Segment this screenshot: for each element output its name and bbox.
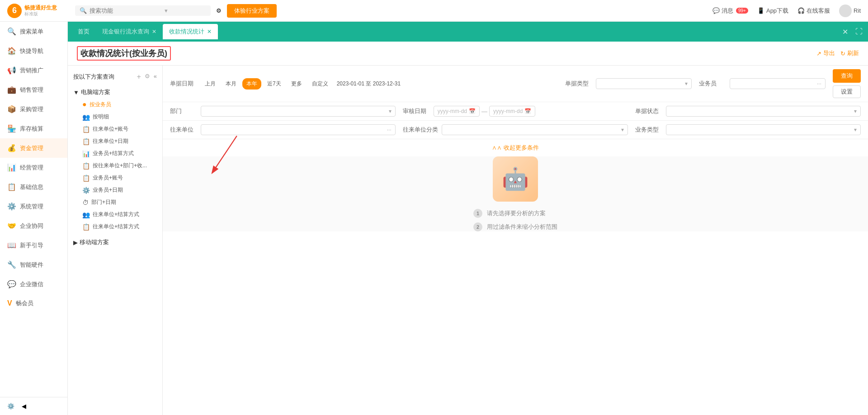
scheme-header: 按以下方案查询 + ⚙ «: [68, 69, 162, 85]
dept-select[interactable]: ▾: [201, 106, 396, 117]
search-input[interactable]: [90, 7, 162, 14]
scheme-item-sales-account[interactable]: 📋 业务员+账号: [73, 172, 157, 184]
scheme-add-button[interactable]: +: [137, 73, 141, 81]
sidebar-item-inventory[interactable]: 🏪 库存核算: [0, 119, 67, 138]
customer-service-button[interactable]: 🎧 在线客服: [797, 7, 830, 15]
scheme-item-sales-date[interactable]: ⚙️ 业务员+日期: [73, 184, 157, 196]
date-btn-thisyear[interactable]: 本年: [242, 78, 261, 90]
counterpart-category-select[interactable]: ▾: [442, 124, 628, 135]
filter-settings-button[interactable]: 设置: [833, 85, 861, 98]
tab-bar: 首页 现金银行流水查询 ✕ 收款情况统计 ✕ ✕ ⛶: [68, 22, 868, 42]
tab-close-bank[interactable]: ✕: [152, 28, 156, 35]
page-title: 收款情况统计(按业务员): [77, 46, 171, 61]
sidebar-item-finance[interactable]: 💰 资金管理: [0, 138, 67, 158]
voucher-status-select[interactable]: ▾: [666, 106, 861, 117]
scheme-active-icon: ●: [82, 100, 87, 108]
scheme-item-unit-date[interactable]: 📋 往来单位+日期: [73, 135, 157, 147]
sidebar-item-guide[interactable]: 📖 新手引导: [0, 236, 67, 255]
counterpart-select[interactable]: ···: [201, 124, 396, 135]
salesperson-select[interactable]: ···: [730, 78, 826, 89]
tab-expand-icon[interactable]: ⛶: [854, 26, 864, 38]
collapse-conditions-button[interactable]: ∧∧ 收起更多条件: [163, 139, 868, 156]
date-btn-custom[interactable]: 自定义: [308, 78, 332, 90]
tab-close-collection[interactable]: ✕: [207, 28, 212, 35]
sidebar-item-system[interactable]: ⚙️ 系统管理: [0, 197, 67, 216]
filter-panel: 单据日期 上月 本月 本年 近7天 更多 自定义 2023-01-01 至 20…: [163, 66, 868, 415]
step-num-2: 2: [473, 222, 482, 231]
scheme-item-unit-dept[interactable]: 📋 按往来单位+部门+收...: [73, 160, 157, 172]
review-date-to[interactable]: yyyy-mm-dd 📅: [489, 106, 535, 117]
dept-chevron: ▾: [389, 108, 392, 114]
date-label: 单据日期: [170, 80, 197, 88]
sidebar-item-marketing[interactable]: 📢 营销推广: [0, 61, 67, 80]
sidebar-item-operations[interactable]: 📊 经营管理: [0, 158, 67, 177]
sidebar-settings-icon[interactable]: ⚙️: [7, 403, 14, 410]
sidebar-item-enterprise[interactable]: 🤝 企业协同: [0, 216, 67, 236]
tab-bank-flow[interactable]: 现金银行流水查询 ✕: [96, 24, 163, 39]
sidebar-item-quicknav[interactable]: 🏠 快捷导航: [0, 41, 67, 61]
filter-business-type: 业务类型 ▾: [635, 124, 861, 135]
scheme-item-salesperson[interactable]: ● 按业务员: [73, 98, 157, 111]
inventory-icon: 🏪: [7, 124, 16, 133]
collapse-triangle: ▼: [73, 89, 79, 96]
gear-button[interactable]: ⚙: [216, 7, 222, 14]
calendar-icon-to: 📅: [524, 108, 531, 114]
query-button[interactable]: 查询: [833, 69, 861, 83]
scheme-settings-button[interactable]: ⚙: [145, 73, 150, 81]
scheme-item-sales-settle[interactable]: 📊 业务员+结算方式: [73, 147, 157, 160]
voucher-type-select[interactable]: ▾: [596, 78, 692, 89]
date-separator: —: [481, 108, 487, 115]
message-icon: 💬: [712, 7, 720, 14]
sidebar-item-weixin[interactable]: 💬 企业微信: [0, 274, 67, 294]
scheme-item-unit-settle1[interactable]: 👥 往来单位+结算方式: [73, 208, 157, 221]
business-type-select[interactable]: ▾: [666, 124, 861, 135]
date-btn-thismonth[interactable]: 本月: [222, 78, 241, 90]
sidebar-item-member[interactable]: V 畅会员: [0, 294, 67, 313]
export-icon: ↗: [816, 50, 821, 57]
sidebar-item-hardware[interactable]: 🔧 智能硬件: [0, 255, 67, 274]
scheme-header-actions: + ⚙ «: [137, 73, 157, 81]
step-num-1: 1: [473, 209, 482, 218]
scheme-item-unit-account[interactable]: 📋 往来单位+账号: [73, 123, 157, 135]
date-btn-lastmonth[interactable]: 上月: [201, 78, 220, 90]
date-btn-more[interactable]: 更多: [287, 78, 306, 90]
sidebar-collapse-icon[interactable]: ◀: [22, 403, 26, 410]
scheme-item-dept-date[interactable]: ⏱ 部门+日期: [73, 196, 157, 208]
tab-close-all-icon[interactable]: ✕: [840, 26, 850, 38]
sidebar-item-basics[interactable]: 📋 基础信息: [0, 177, 67, 197]
counterpart-more-icon[interactable]: ···: [387, 127, 392, 133]
tab-home[interactable]: 首页: [71, 24, 96, 39]
member-icon: V: [7, 299, 12, 307]
desktop-group-title[interactable]: ▼ 电脑端方案: [73, 86, 157, 98]
main-content: 首页 现金银行流水查询 ✕ 收款情况统计 ✕ ✕ ⛶ 收款情况统计(按业务员) …: [68, 22, 868, 415]
purchase-icon: 📦: [7, 105, 16, 113]
scheme-collapse-button[interactable]: «: [154, 73, 157, 81]
export-button[interactable]: ↗ 导出: [816, 49, 835, 57]
scheme-unit-dept-icon: 📋: [82, 162, 90, 170]
sidebar-item-sales[interactable]: 💼 销售管理: [0, 80, 67, 99]
settings-icon: ⚙: [216, 7, 222, 14]
scheme-unit-account-icon: 📋: [82, 126, 90, 133]
scheme-item-detail[interactable]: 👥 按明细: [73, 111, 157, 123]
trial-button[interactable]: 体验行业方案: [227, 4, 277, 18]
scheme-item-unit-settle2[interactable]: 📋 往来单位+结算方式: [73, 221, 157, 233]
tab-collection-stats[interactable]: 收款情况统计 ✕: [163, 24, 218, 39]
counterpart-category-label: 往来单位分类: [403, 126, 438, 134]
search-icon: 🔍: [7, 27, 16, 36]
message-button[interactable]: 💬 消息 99+: [712, 7, 748, 15]
refresh-button[interactable]: ↻ 刷新: [840, 49, 859, 57]
user-avatar-area[interactable]: Rit: [839, 5, 861, 17]
scheme-detail-icon: 👥: [82, 113, 90, 121]
voucher-type-label: 单据类型: [565, 80, 592, 88]
app-download-button[interactable]: 📱 App下载: [757, 7, 788, 15]
logo-area: 6 畅捷通好生意 标准版: [7, 4, 75, 18]
date-btn-7days[interactable]: 近7天: [263, 78, 285, 90]
review-date-from[interactable]: yyyy-mm-dd 📅: [434, 106, 480, 117]
sidebar-item-purchase[interactable]: 📦 采购管理: [0, 99, 67, 119]
scheme-unit-settle1-icon: 👥: [82, 211, 90, 218]
sidebar-item-search[interactable]: 🔍 搜索菜单: [0, 22, 67, 41]
mobile-group-title[interactable]: ▶ 移动端方案: [73, 236, 157, 248]
salesperson-more-icon[interactable]: ···: [817, 80, 821, 87]
global-search[interactable]: 🔍 ▾: [75, 5, 211, 16]
filter-row-3: 往来单位 ··· 往来单位分类 ▾ 业务类型: [163, 121, 868, 139]
